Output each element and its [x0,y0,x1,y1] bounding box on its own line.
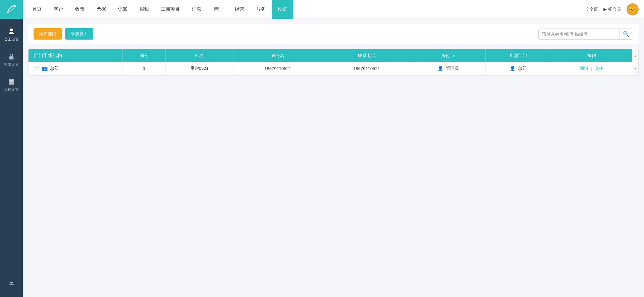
toolbar: 添加部门 添加员工 🔍 [28,24,639,44]
search-box: 🔍 [538,29,633,40]
dept-group-icon: 👥 [42,65,48,71]
transfer-link[interactable]: 交接 [595,66,603,71]
member-icon: ▶ [603,7,607,12]
nav-items: 首页 客户 收费 票据 记账 报税 工商项目 消息 管理 经营 服务 设置 [23,0,584,19]
fullscreen-icon: ⛶ [584,7,588,12]
nav-item-home[interactable]: 首页 [26,0,48,19]
table-row: 0 用户0521 18679110521 18679110521 👤 管理员 👤… [122,62,632,75]
sidebar-download-button[interactable] [0,273,23,292]
add-dept-button[interactable]: 添加部门 [34,28,62,40]
col-header-phone: 联系电话 [322,49,411,62]
nav-item-message[interactable]: 消息 [186,0,207,19]
avatar[interactable]: 🐱 [627,3,639,15]
nav-right: ⛶ 全屏 ▶ 畅会员 🐱 [584,3,644,15]
edit-link[interactable]: 编辑 [580,66,588,71]
dept-name: 总部 [50,65,59,71]
nav-item-manage[interactable]: 管理 [207,0,229,19]
nav-item-account[interactable]: 记账 [112,0,133,19]
dept-user-icon: 👤 [510,66,515,71]
role-icon: 👤 [438,66,443,71]
nav-item-invoice[interactable]: 票据 [91,0,112,19]
search-input[interactable] [539,30,619,39]
cell-phone: 18679110521 [322,62,411,75]
svg-point-1 [10,29,13,31]
nav-item-business[interactable]: 工商项目 [155,0,186,19]
col-header-role[interactable]: 角色 ▼ [411,49,486,62]
employee-table: 编号 姓名 账号名 联系电话 角色 ▼ 所属部门 操作 [122,49,632,75]
cell-actions: 编辑 | 交接 [551,62,632,75]
nav-item-fee[interactable]: 收费 [69,0,91,19]
scroll-down-button[interactable]: ▼ [632,62,638,76]
cell-dept: 👤 总部 [486,62,551,75]
col-header-dept: 所属部门 [486,49,551,62]
action-separator: | [591,66,592,71]
svg-point-0 [14,5,16,6]
dept-folder-icon: 📄 [34,66,40,71]
cell-account: 18679110521 [233,62,322,75]
nav-item-service[interactable]: 服务 [250,0,272,19]
lock-icon [7,53,15,61]
add-emp-button[interactable]: 添加员工 [65,28,93,40]
content-area: 添加部门 添加员工 🔍 部门组织结构 📄 👥 总部 [23,19,644,297]
fullscreen-button[interactable]: ⛶ 全屏 [584,6,598,12]
scroll-buttons: ▲ ▼ [632,49,638,75]
nav-item-operation[interactable]: 经营 [229,0,250,19]
sidebar-item-employee[interactable]: 员工设置 [0,22,23,47]
report-icon [7,78,15,86]
dept-tree: 部门组织结构 📄 👥 总部 [29,49,122,75]
logo [0,0,23,19]
sidebar-item-permission[interactable]: 权限设置 [0,47,23,72]
search-button[interactable]: 🔍 [619,29,633,39]
sidebar-item-tax-settings[interactable]: 报税设置 [0,72,23,98]
cell-id: 0 [122,62,165,75]
svg-rect-2 [9,56,14,59]
sidebar: 员工设置 权限设置 报税设置 [0,19,23,297]
emp-table: 编号 姓名 账号名 联系电话 角色 ▼ 所属部门 操作 [122,49,632,75]
download-icon [7,278,15,286]
member-button[interactable]: ▶ 畅会员 [603,6,621,12]
top-nav: 首页 客户 收费 票据 记账 报税 工商项目 消息 管理 经营 服务 设置 ⛶ … [0,0,644,19]
main-layout: 员工设置 权限设置 报税设置 [0,19,644,297]
col-header-account: 账号名 [233,49,322,62]
panel-row: 部门组织结构 📄 👥 总部 编号 姓名 账号名 联系电话 [28,49,639,76]
filter-icon: ▼ [452,54,455,58]
col-header-actions: 操作 [551,49,632,62]
search-icon: 🔍 [623,31,630,37]
col-header-id: 编号 [122,49,165,62]
dept-tree-header: 部门组织结构 [29,49,122,62]
nav-item-customer[interactable]: 客户 [48,0,69,19]
scroll-up-button[interactable]: ▲ [632,49,638,62]
col-header-name: 姓名 [165,49,233,62]
employee-icon [7,28,15,36]
nav-item-tax[interactable]: 报税 [133,0,155,19]
cell-role: 👤 管理员 [411,62,486,75]
nav-item-settings[interactable]: 设置 [272,0,293,19]
dept-tree-item-general[interactable]: 📄 👥 总部 [29,62,122,75]
cell-name: 用户0521 [165,62,233,75]
